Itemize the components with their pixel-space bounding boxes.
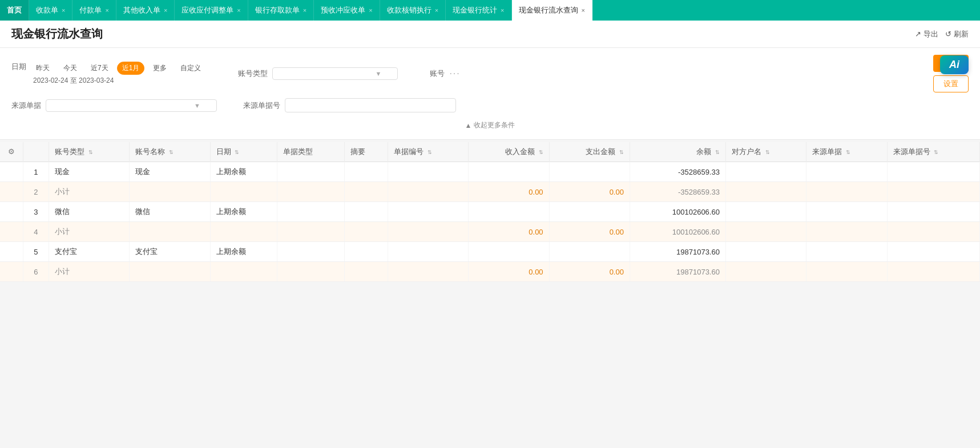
export-icon: ↗ [915, 30, 921, 38]
nav-collection-exec-close[interactable]: × [435, 7, 438, 14]
cell-income [469, 242, 549, 262]
th-balance[interactable]: 余额 ⇅ [630, 142, 725, 162]
cell-income [469, 162, 549, 182]
date-btn-7days[interactable]: 近7天 [86, 62, 114, 75]
date-btn-group: 昨天 今天 近7天 近1月 更多 自定义 2023-02-24 至 2023-0… [31, 62, 206, 86]
th-expense[interactable]: 支出金额 ⇅ [549, 142, 630, 162]
date-btn-custom[interactable]: 自定义 [175, 62, 206, 75]
account-dots[interactable]: ··· [449, 68, 460, 79]
cell-source-doc [806, 262, 887, 282]
cell-counterpart [725, 162, 806, 182]
sort-account-type-icon: ⇅ [88, 150, 93, 155]
date-range: 2023-02-24 至 2023-03-24 [33, 76, 206, 86]
cell-expense [549, 162, 630, 182]
settings-button[interactable]: 设置 [933, 75, 969, 92]
th-counterpart[interactable]: 对方户名 ⇅ [725, 142, 806, 162]
nav-home-label: 首页 [7, 5, 22, 15]
cell-source-doc [806, 182, 887, 202]
collapse-bar[interactable]: ▲ 收起更多条件 [11, 118, 969, 132]
filter-row-2: 来源单据 ▼ 来源单据号 [11, 98, 969, 112]
th-source-doc-num[interactable]: 来源单据号 ⇅ [887, 142, 979, 162]
nav-payment-close[interactable]: × [105, 7, 108, 14]
nav-tab-cash-bank-stat[interactable]: 现金银行统计 × [446, 0, 511, 21]
cell-counterpart [725, 222, 806, 242]
cell-account-type: 小计 [49, 182, 130, 202]
date-quick-btns: 昨天 今天 近7天 近1月 更多 自定义 [31, 62, 206, 75]
nav-bank-deposit-label: 银行存取款单 [255, 5, 300, 15]
nav-cash-bank-flow-close[interactable]: × [582, 7, 585, 14]
nav-ar-adjust-close[interactable]: × [237, 7, 240, 14]
cell-balance: 19871073.60 [630, 262, 725, 282]
nav-advance-offset-close[interactable]: × [369, 7, 372, 14]
export-button[interactable]: ↗ 导出 [915, 29, 938, 39]
data-table: ⚙ 账号类型 ⇅ 账号名称 ⇅ 日期 ⇅ 单据类型 [0, 142, 980, 282]
cell-account-name: 微信 [130, 202, 210, 222]
date-btn-1month[interactable]: 近1月 [117, 62, 145, 75]
cell-settings [0, 222, 23, 242]
nav-other-income-close[interactable]: × [164, 7, 167, 14]
cell-doc-type [277, 262, 345, 282]
cell-source-doc-num [887, 182, 979, 202]
filter-row-1: 日期 昨天 今天 近7天 近1月 更多 自定义 2023-02-24 至 202… [11, 55, 969, 92]
account-type-select[interactable]: ▼ [272, 67, 398, 80]
nav-receipt-label: 收款单 [36, 5, 58, 15]
th-settings[interactable]: ⚙ [0, 142, 23, 162]
th-source-doc-label: 来源单据 [812, 147, 842, 156]
cell-source-doc-num [887, 242, 979, 262]
sort-expense-icon: ⇅ [619, 150, 624, 155]
th-doc-num[interactable]: 单据编号 ⇅ [388, 142, 468, 162]
settings-gear-icon[interactable]: ⚙ [7, 147, 16, 156]
nav-tab-cash-bank-flow[interactable]: 现金银行流水查询 × [512, 0, 592, 21]
ai-badge[interactable]: Ai [940, 55, 969, 74]
nav-tab-home[interactable]: 首页 [0, 0, 29, 21]
cell-index: 2 [23, 182, 49, 202]
cell-source-doc [806, 222, 887, 242]
nav-tab-other-income[interactable]: 其他收入单 × [116, 0, 175, 21]
th-date-label: 日期 [216, 147, 231, 156]
th-balance-label: 余额 [696, 147, 711, 156]
cell-doc-type [277, 162, 345, 182]
th-account-type[interactable]: 账号类型 ⇅ [49, 142, 130, 162]
nav-receipt-close[interactable]: × [62, 7, 65, 14]
th-source-doc[interactable]: 来源单据 ⇅ [806, 142, 887, 162]
nav-tab-ar-adjust[interactable]: 应收应付调整单 × [175, 0, 248, 21]
cell-source-doc-num [887, 202, 979, 222]
date-btn-yesterday[interactable]: 昨天 [31, 62, 55, 75]
table-row: 4小计0.000.00100102606.60 [0, 222, 980, 242]
cell-doc-type [277, 202, 345, 222]
source-doc-label: 来源单据 [11, 100, 41, 111]
cell-date: 上期余额 [210, 162, 277, 182]
nav-bank-deposit-close[interactable]: × [303, 7, 306, 14]
cell-doc-num [388, 162, 468, 182]
cell-doc-num [388, 222, 468, 242]
refresh-button[interactable]: ↺ 刷新 [945, 29, 969, 39]
th-doc-type: 单据类型 [277, 142, 345, 162]
refresh-label: 刷新 [954, 29, 969, 39]
th-date[interactable]: 日期 ⇅ [210, 142, 277, 162]
cell-expense: 0.00 [549, 222, 630, 242]
th-index [23, 142, 49, 162]
nav-tab-bank-deposit[interactable]: 银行存取款单 × [248, 0, 314, 21]
th-account-type-label: 账号类型 [55, 147, 84, 156]
nav-cash-bank-flow-label: 现金银行流水查询 [519, 5, 578, 15]
source-doc-select[interactable]: ▼ [46, 99, 217, 112]
source-doc-num-label: 来源单据号 [243, 100, 280, 111]
nav-tab-collection-exec[interactable]: 收款核销执行 × [380, 0, 446, 21]
date-btn-today[interactable]: 今天 [58, 62, 82, 75]
cell-account-type: 小计 [49, 222, 130, 242]
th-counterpart-label: 对方户名 [732, 147, 761, 156]
nav-tab-advance-offset[interactable]: 预收冲应收单 × [314, 0, 380, 21]
sort-source-doc-icon: ⇅ [846, 150, 850, 155]
nav-cash-bank-stat-close[interactable]: × [501, 7, 504, 14]
date-btn-more[interactable]: 更多 [148, 62, 172, 75]
account-type-chevron-icon: ▼ [375, 70, 381, 77]
nav-tab-receipt[interactable]: 收款单 × [29, 0, 72, 21]
th-income[interactable]: 收入金额 ⇅ [469, 142, 549, 162]
cell-income [469, 202, 549, 222]
cell-account-type: 支付宝 [49, 242, 130, 262]
nav-tab-payment[interactable]: 付款单 × [72, 0, 116, 21]
source-doc-num-input[interactable] [285, 98, 456, 112]
th-account-name[interactable]: 账号名称 ⇅ [130, 142, 210, 162]
table-row: 6小计0.000.0019871073.60 [0, 262, 980, 282]
table-row: 5支付宝支付宝上期余额19871073.60 [0, 242, 980, 262]
